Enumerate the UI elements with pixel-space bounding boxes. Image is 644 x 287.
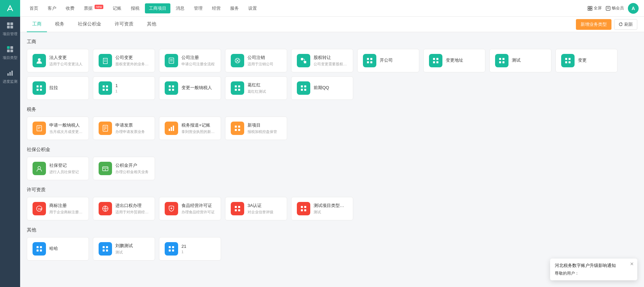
svg-rect-20 xyxy=(106,60,106,60)
subtab-tax[interactable]: 税务 xyxy=(50,17,70,32)
service-card-company-change[interactable]: 公司变更股权变更外的业务变更 xyxy=(93,49,155,72)
nav-settings[interactable]: 设置 xyxy=(244,3,261,13)
service-card-apply-general-tax[interactable]: 申请一般纳税人当月或次月成变更完成 xyxy=(27,117,89,140)
svg-rect-48 xyxy=(40,85,42,87)
service-card-import-export[interactable]: 进出口权办理适用于对外贸易经营者 xyxy=(93,197,155,220)
content-area: 工商 税务 社保公积金 许可资质 其他 新增业务类型 刷新 工商法人变更适用于公… xyxy=(20,17,644,287)
fullscreen-btn[interactable]: 全屏 xyxy=(588,5,602,11)
avatar[interactable]: A xyxy=(628,3,639,14)
svg-rect-15 xyxy=(606,6,610,10)
refresh-button[interactable]: 刷新 xyxy=(614,19,637,30)
cards-grid-license: TM商标注册用于企业商标注册服务进出口权办理适用于对外贸易经营者食品经营许可证办… xyxy=(27,197,637,220)
service-card-lala[interactable]: 拉拉 xyxy=(27,76,89,100)
svg-rect-0 xyxy=(7,22,10,25)
service-card-legal-change[interactable]: 法人变更适用于公司变更法人 xyxy=(27,49,89,72)
card-icon-3a-cert xyxy=(231,202,244,215)
sidebar-item-progress[interactable]: 进度监测 xyxy=(0,64,20,88)
card-text-social-reg: 社保登记进行人员社保登记 xyxy=(49,162,83,174)
card-name-gehonghong: 葛红红 xyxy=(248,82,281,88)
nav-customer[interactable]: 客户 xyxy=(44,3,60,13)
sidebar-item-project-mgmt[interactable]: 项目管理 xyxy=(0,17,20,41)
subtab-license[interactable]: 许可资质 xyxy=(109,17,139,32)
service-card-open-company[interactable]: 开公司 xyxy=(357,49,419,72)
member-btn[interactable]: 畅会员 xyxy=(606,5,624,11)
card-desc-fund-account: 办理公积金相关业务 xyxy=(115,169,149,174)
nav-service[interactable]: 服务 xyxy=(226,3,243,13)
service-card-test[interactable]: 测试 xyxy=(489,49,551,72)
svg-point-17 xyxy=(38,58,41,61)
service-card-num1[interactable]: 11 xyxy=(93,76,155,100)
sidebar-item-project-type[interactable]: 项目类型 xyxy=(0,41,20,64)
service-card-change-tax[interactable]: 变更一般纳税人 xyxy=(159,76,221,100)
card-icon-haha xyxy=(33,242,46,256)
subtab-other[interactable]: 其他 xyxy=(142,17,162,32)
logo[interactable] xyxy=(0,0,20,17)
section-title-tax: 税务 xyxy=(27,106,637,113)
subtab-social-fund[interactable]: 社保公积金 xyxy=(72,17,107,32)
card-icon-num21 xyxy=(165,242,178,256)
top-nav: 首页 客户 收费 票据 new 记账 报税 工商项目 消息 管理 经营 服务 设… xyxy=(20,0,644,17)
service-card-apply-invoice[interactable]: 申请发票办理申请发票业务 xyxy=(93,117,155,140)
svg-rect-104 xyxy=(106,246,108,248)
service-card-gehonghong[interactable]: 葛红红葛红红测试 xyxy=(225,76,287,100)
svg-rect-34 xyxy=(370,61,372,63)
service-card-food-license[interactable]: 食品经营许可证办理食品经营许可证 xyxy=(159,197,221,220)
service-card-test-type[interactable]: 测试项目类型自定义测试 xyxy=(291,197,353,220)
nav-billing[interactable]: 收费 xyxy=(62,3,78,13)
notification-title: 河北税务数字账户升级影响通知 xyxy=(555,263,633,269)
nav-industrial[interactable]: 工商项目 xyxy=(145,3,170,13)
service-card-social-reg[interactable]: 社保登记进行人员社保登记 xyxy=(27,157,89,180)
service-card-change[interactable]: 变更 xyxy=(555,49,618,72)
card-desc-company-change: 股权变更外的业务变更 xyxy=(115,62,149,67)
cards-grid-industrial: 法人变更适用于公司变更法人公司变更股权变更外的业务变更公司注册申请公司注册全流程… xyxy=(27,49,637,100)
card-name-open-company: 开公司 xyxy=(380,57,414,63)
card-desc-company-cancel: 适用于注销公司 xyxy=(248,62,281,67)
card-icon-fund-account xyxy=(99,162,112,175)
service-card-front-qq[interactable]: 前期QQ xyxy=(291,76,353,100)
service-card-change-address[interactable]: 变更地址 xyxy=(423,49,485,72)
service-card-num21[interactable]: 211 xyxy=(159,237,221,261)
service-card-haha[interactable]: 哈哈 xyxy=(27,237,89,261)
service-card-trademark[interactable]: TM商标注册用于企业商标注册服务 xyxy=(27,197,89,220)
svg-rect-3 xyxy=(10,26,13,28)
nav-bookkeeping[interactable]: 记账 xyxy=(109,3,125,13)
service-card-company-reg[interactable]: 公司注册申请公司注册全流程 xyxy=(159,49,221,72)
service-card-liu-pengtest[interactable]: 刘鹏测试测试 xyxy=(93,237,155,261)
card-text-front-qq: 前期QQ xyxy=(314,85,347,92)
service-card-fund-account[interactable]: 公积金开户办理公积金相关业务 xyxy=(93,157,155,180)
nav-invoice[interactable]: 票据 new xyxy=(80,3,107,13)
svg-rect-95 xyxy=(301,206,303,208)
member-label: 畅会员 xyxy=(612,5,624,11)
nav-message[interactable]: 消息 xyxy=(172,3,189,13)
card-text-apply-invoice: 申请发票办理申请发票业务 xyxy=(115,122,149,134)
svg-point-84 xyxy=(105,169,106,170)
nav-tax[interactable]: 报税 xyxy=(127,3,144,13)
svg-rect-100 xyxy=(40,246,42,248)
sidebar-label-project-mgmt: 项目管理 xyxy=(3,31,17,37)
card-name-change-address: 变更地址 xyxy=(446,57,480,63)
card-text-equity-transfer: 股权转让公司变更需要股权转让 xyxy=(314,55,347,67)
add-type-button[interactable]: 新增业务类型 xyxy=(576,19,611,30)
card-name-lala: 拉拉 xyxy=(49,85,83,91)
svg-rect-2 xyxy=(7,26,10,28)
service-card-company-cancel[interactable]: 公司注销适用于注销公司 xyxy=(225,49,287,72)
subtab-industrial[interactable]: 工商 xyxy=(27,17,47,32)
nav-home[interactable]: 首页 xyxy=(25,3,42,13)
service-card-3a-cert[interactable]: 3A认证对企业信誉评级 xyxy=(225,197,287,220)
card-name-liu-pengtest: 刘鹏测试 xyxy=(115,243,149,249)
card-desc-3a-cert: 对企业信誉评级 xyxy=(248,210,281,215)
service-card-new-project[interactable]: 新项目报税加税控盘保管 xyxy=(225,117,287,140)
nav-management[interactable]: 管理 xyxy=(190,3,207,13)
card-text-tax-report-book: 税务报道+记账拿到营业执照的新公司 xyxy=(181,122,215,134)
notification-close[interactable]: ✕ xyxy=(630,261,634,267)
svg-rect-7 xyxy=(10,50,13,52)
fullscreen-icon xyxy=(588,6,592,11)
refresh-label: 刷新 xyxy=(624,21,633,27)
nav-operation[interactable]: 经营 xyxy=(208,3,225,13)
card-name-fund-account: 公积金开户 xyxy=(115,162,149,168)
card-name-apply-invoice: 申请发票 xyxy=(115,122,149,128)
nav-right: 全屏 畅会员 A xyxy=(588,3,639,14)
card-icon-company-reg xyxy=(165,54,178,67)
service-card-equity-transfer[interactable]: 股权转让公司变更需要股权转让 xyxy=(291,49,353,72)
service-card-tax-report-book[interactable]: 税务报道+记账拿到营业执照的新公司 xyxy=(159,117,221,140)
